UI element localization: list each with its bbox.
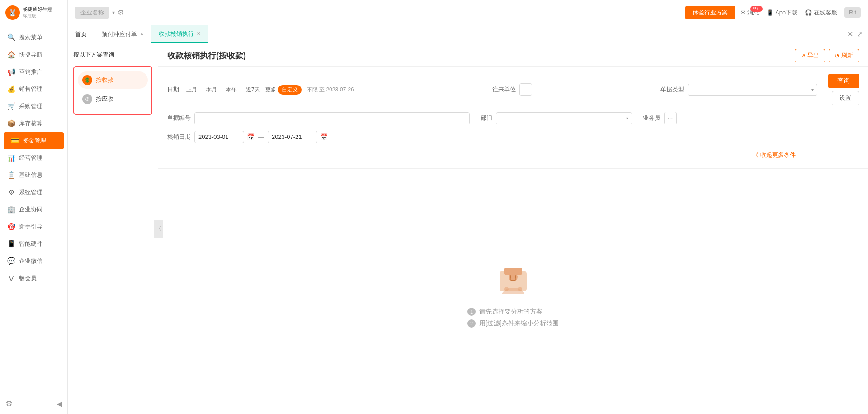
messages-btn[interactable]: ✉ 消息 99+ bbox=[741, 9, 759, 17]
tab-receivable[interactable]: 收款核销执行 ✕ bbox=[151, 25, 208, 43]
counterpart-dots-btn[interactable]: ··· bbox=[519, 83, 532, 96]
sidebar-item-wechat[interactable]: 💬 企业微信 bbox=[0, 252, 67, 270]
tab-receivable-label: 收款核销执行 bbox=[159, 30, 194, 38]
refresh-icon: ↺ bbox=[835, 52, 840, 59]
tabbar: 首页 预付冲应付单 ✕ 收款核销执行 ✕ ✕ ⤢ bbox=[68, 25, 868, 43]
tab-expand-icon[interactable]: ⤢ bbox=[857, 30, 863, 38]
sidebar-bottom: ⚙ ◀ bbox=[0, 393, 67, 414]
date-label: 日期 bbox=[167, 86, 179, 94]
empty-tip-2-text: 用[过滤]条件来缩小分析范围 bbox=[479, 319, 559, 328]
doc-no-input[interactable] bbox=[194, 112, 470, 124]
sidebar-item-hardware[interactable]: 📱 智能硬件 bbox=[0, 235, 67, 252]
filter-by-receipt[interactable]: 💲 按收款 bbox=[78, 71, 148, 89]
doc-type-select-wrap: ▾ bbox=[688, 84, 818, 96]
page-actions: ↗ 导出 ↺ 刷新 bbox=[795, 49, 859, 62]
collapse-label: 收起更多条件 bbox=[760, 151, 796, 159]
message-icon: ✉ bbox=[741, 9, 745, 16]
left-collapse-btn[interactable]: 《 bbox=[154, 220, 163, 238]
sidebar-item-member[interactable]: V 畅会员 bbox=[0, 270, 67, 287]
tab-close-all-icon[interactable]: ✕ bbox=[847, 30, 853, 38]
verify-date-to-input[interactable] bbox=[268, 131, 317, 143]
tab-receivable-close[interactable]: ✕ bbox=[197, 31, 201, 37]
department-select[interactable] bbox=[496, 112, 632, 124]
topbar-brand: 企业名称 ▾ ⚙ bbox=[75, 7, 680, 19]
user-avatar[interactable]: Rit bbox=[844, 7, 861, 18]
export-btn[interactable]: ↗ 导出 bbox=[795, 49, 825, 62]
verify-date-to-calendar-icon[interactable]: 📅 bbox=[320, 133, 328, 141]
filter-by-receivable[interactable]: ⏱ 按应收 bbox=[78, 90, 148, 108]
industry-btn[interactable]: 休验行业方案 bbox=[685, 6, 735, 19]
sidebar-item-label: 新手引导 bbox=[19, 223, 42, 231]
date-tabs: 上月 本月 本年 近7天 更多 自定义 bbox=[183, 85, 302, 95]
date-tab-7days[interactable]: 近7天 bbox=[242, 85, 264, 95]
sidebar-menu: 🔍 搜索菜单 🏠 快捷导航 📢 营销推广 💰 销售管理 🛒 采购管理 📦 库存核… bbox=[0, 25, 67, 393]
verify-date-from-input[interactable] bbox=[194, 131, 244, 143]
date-tab-this-month[interactable]: 本月 bbox=[203, 85, 221, 95]
sidebar-item-label: 营销推广 bbox=[19, 68, 42, 76]
verify-date-dash: — bbox=[258, 133, 264, 140]
doc-no-field: 单据编号 bbox=[167, 112, 470, 124]
logo-icon: 🐰 bbox=[5, 5, 20, 20]
content-area: 按以下方案查询 💲 按收款 ⏱ 按应收 《 收款核销执行(按收款) bbox=[68, 43, 868, 414]
sidebar-item-label: 资金管理 bbox=[23, 137, 46, 145]
app-download-btn[interactable]: 📱 App下载 bbox=[766, 9, 797, 17]
sidebar-item-sales[interactable]: 💰 销售管理 bbox=[0, 81, 67, 98]
sidebar-item-label: 基础信息 bbox=[19, 171, 42, 179]
chevron-down-icon[interactable]: ▾ bbox=[112, 10, 115, 16]
sidebar-item-basic-info[interactable]: 📋 基础信息 bbox=[0, 167, 67, 184]
sidebar-item-label: 库存核算 bbox=[19, 119, 42, 128]
gear-icon[interactable]: ⚙ bbox=[118, 8, 124, 17]
tip-num-1: 1 bbox=[467, 308, 476, 316]
department-field: 部门 ▾ bbox=[481, 112, 632, 124]
right-panel: 收款核销执行(按收款) ↗ 导出 ↺ 刷新 日期 bbox=[158, 43, 868, 414]
verify-date-from-calendar-icon[interactable]: 📅 bbox=[247, 133, 255, 141]
filter-receivable-label: 按应收 bbox=[96, 95, 113, 103]
date-tab-this-year[interactable]: 本年 bbox=[222, 85, 241, 95]
export-icon: ↗ bbox=[801, 52, 806, 59]
verify-date-field: 核销日期 📅 — 📅 bbox=[167, 131, 475, 143]
counterpart-label: 往来单位 bbox=[492, 86, 516, 94]
empty-illustration bbox=[491, 255, 536, 300]
tab-home[interactable]: 首页 bbox=[68, 25, 94, 43]
refresh-btn[interactable]: ↺ 刷新 bbox=[829, 49, 859, 62]
tab-prepay[interactable]: 预付冲应付单 ✕ bbox=[94, 25, 151, 43]
online-service-btn[interactable]: 🎧 在线客服 bbox=[805, 9, 837, 17]
query-btn[interactable]: 查询 bbox=[828, 74, 859, 88]
sidebar-item-system[interactable]: ⚙ 系统管理 bbox=[0, 184, 67, 201]
sidebar-item-marketing[interactable]: 📢 营销推广 bbox=[0, 63, 67, 81]
sidebar-collapse-icon[interactable]: ◀ bbox=[57, 400, 62, 408]
service-icon: 🎧 bbox=[805, 9, 812, 16]
tab-home-label: 首页 bbox=[75, 30, 87, 38]
sidebar-item-label: 经营管理 bbox=[19, 154, 42, 162]
topbar: 企业名称 ▾ ⚙ 休验行业方案 ✉ 消息 99+ 📱 App下载 🎧 在线客服 … bbox=[68, 0, 868, 25]
system-icon: ⚙ bbox=[7, 188, 15, 196]
date-tab-last-month[interactable]: 上月 bbox=[183, 85, 201, 95]
search-form: 日期 上月 本月 本年 近7天 更多 自定义 不限 至 2023-07-26 bbox=[158, 67, 868, 169]
doc-type-select[interactable] bbox=[688, 84, 818, 96]
tab-prepay-close[interactable]: ✕ bbox=[140, 31, 144, 37]
collapse-wrap: 《 收起更多条件 bbox=[167, 149, 859, 161]
sidebar-item-finance[interactable]: 💳 资金管理 bbox=[4, 132, 64, 149]
salesman-dots-btn[interactable]: ··· bbox=[664, 112, 677, 124]
chevron-up-icon: 《 bbox=[753, 151, 759, 159]
salesman-label: 业务员 bbox=[643, 114, 660, 122]
filter-receipt-label: 按收款 bbox=[96, 76, 113, 84]
counterpart-field: 往来单位 ··· bbox=[492, 83, 650, 96]
sidebar-item-enterprise[interactable]: 🏢 企业协同 bbox=[0, 201, 67, 218]
sidebar-item-search[interactable]: 🔍 搜索菜单 bbox=[0, 29, 67, 46]
sidebar-item-purchase[interactable]: 🛒 采购管理 bbox=[0, 98, 67, 115]
setting-btn[interactable]: 设置 bbox=[832, 91, 859, 105]
date-tab-custom[interactable]: 自定义 bbox=[278, 85, 302, 95]
date-tab-more[interactable]: 更多 bbox=[265, 86, 276, 94]
sidebar-item-guide[interactable]: 🎯 新手引导 bbox=[0, 218, 67, 235]
date-field: 日期 上月 本月 本年 近7天 更多 自定义 不限 至 2023-07-26 bbox=[167, 85, 481, 95]
sidebar-item-operations[interactable]: 📊 经营管理 bbox=[0, 149, 67, 167]
sidebar-item-inventory[interactable]: 📦 库存核算 bbox=[0, 115, 67, 132]
doc-type-field: 单据类型 ▾ bbox=[660, 84, 818, 96]
enterprise-icon: 🏢 bbox=[7, 205, 15, 214]
sidebar-item-nav[interactable]: 🏠 快捷导航 bbox=[0, 46, 67, 63]
collapse-conditions-btn[interactable]: 《 收起更多条件 bbox=[753, 149, 796, 161]
sidebar-settings-icon[interactable]: ⚙ bbox=[5, 399, 13, 409]
inventory-icon: 📦 bbox=[7, 119, 15, 128]
verify-date-label: 核销日期 bbox=[167, 133, 191, 141]
